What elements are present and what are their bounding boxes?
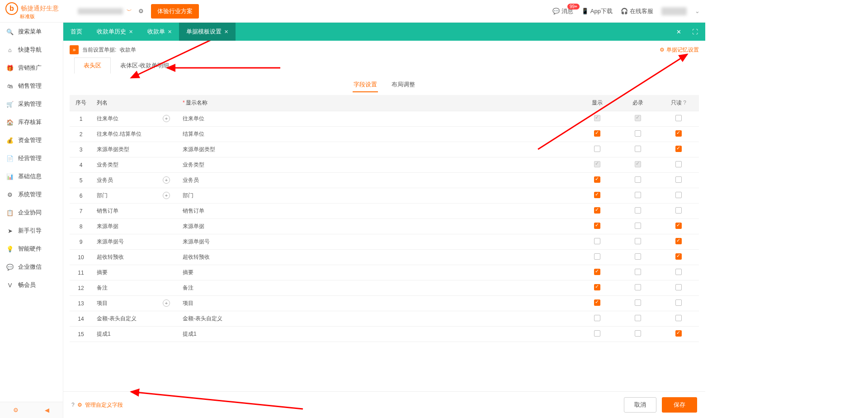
checkbox[interactable] bbox=[635, 330, 641, 337]
plus-icon[interactable]: + bbox=[163, 299, 170, 307]
checkbox[interactable] bbox=[635, 299, 641, 306]
area-tab-0[interactable]: 表头区 bbox=[74, 57, 111, 74]
logo-text: 畅捷通好生意 bbox=[21, 5, 59, 13]
checkbox[interactable] bbox=[675, 176, 682, 183]
gear-icon[interactable]: ⚙ bbox=[138, 8, 144, 14]
sidebar-item-4[interactable]: 🛒采购管理 bbox=[0, 95, 63, 113]
checkbox[interactable] bbox=[594, 192, 600, 198]
sidebar-item-6[interactable]: 💰资金管理 bbox=[0, 131, 63, 149]
close-icon[interactable]: ✕ bbox=[129, 29, 133, 35]
checkbox[interactable] bbox=[594, 207, 600, 214]
checkbox[interactable] bbox=[675, 192, 682, 198]
sidebar-item-12[interactable]: 💡智能硬件 bbox=[0, 240, 63, 258]
sidebar-item-9[interactable]: ⚙系统管理 bbox=[0, 185, 63, 204]
sidebar-item-10[interactable]: 📋企业协同 bbox=[0, 204, 63, 222]
checkbox[interactable] bbox=[594, 223, 600, 229]
checkbox[interactable] bbox=[635, 315, 641, 321]
customer-service-link[interactable]: 🎧 在线客服 bbox=[621, 7, 653, 15]
sidebar-item-1[interactable]: ⌂快捷导航 bbox=[0, 41, 63, 59]
sidebar-icon: 💬 bbox=[6, 264, 14, 271]
tab-3[interactable]: 单据模板设置✕ bbox=[179, 23, 236, 41]
checkbox[interactable] bbox=[635, 223, 641, 229]
checkbox[interactable] bbox=[675, 146, 682, 152]
checkbox[interactable] bbox=[594, 253, 600, 260]
sidebar-item-8[interactable]: 📊基础信息 bbox=[0, 167, 63, 185]
fullscreen-icon[interactable]: ⛶ bbox=[688, 25, 702, 38]
sub-tab-1[interactable]: 布局调整 bbox=[391, 78, 416, 92]
checkbox[interactable] bbox=[635, 130, 641, 137]
tab-0[interactable]: 首页 bbox=[63, 23, 90, 41]
checkbox[interactable] bbox=[675, 238, 682, 244]
sidebar-icon: 🏠 bbox=[6, 119, 14, 126]
checkbox[interactable] bbox=[594, 330, 600, 337]
checkbox[interactable] bbox=[635, 207, 641, 214]
checkbox[interactable] bbox=[635, 192, 641, 198]
help-icon[interactable]: ? bbox=[683, 100, 686, 106]
checkbox[interactable] bbox=[675, 299, 682, 306]
plus-icon[interactable]: + bbox=[163, 115, 170, 122]
save-button[interactable]: 保存 bbox=[662, 397, 697, 413]
checkbox[interactable] bbox=[675, 115, 682, 121]
experience-button[interactable]: 体验行业方案 bbox=[151, 4, 199, 19]
tab-1[interactable]: 收款单历史✕ bbox=[90, 23, 140, 41]
plus-icon[interactable]: + bbox=[163, 176, 170, 184]
sidebar-collapse-icon[interactable]: ◀ bbox=[32, 402, 63, 418]
table-row: 8来源单据来源单据 bbox=[70, 219, 699, 234]
checkbox[interactable] bbox=[675, 315, 682, 321]
checkbox[interactable] bbox=[675, 330, 682, 337]
checkbox[interactable] bbox=[635, 284, 641, 290]
checkbox[interactable] bbox=[594, 284, 600, 290]
checkbox[interactable] bbox=[675, 253, 682, 260]
sidebar-item-7[interactable]: 📄经营管理 bbox=[0, 149, 63, 167]
checkbox[interactable] bbox=[594, 315, 600, 321]
tab-close-all-icon[interactable]: ✕ bbox=[672, 25, 685, 38]
checkbox[interactable] bbox=[594, 130, 600, 137]
memory-settings-link[interactable]: ⚙ 单据记忆设置 bbox=[660, 46, 699, 54]
top-header: b 畅捷通好生意 标准版 ﹀ ⚙ 体验行业方案 💬 消息 99+ 📱 App下载… bbox=[0, 0, 705, 23]
help-icon[interactable]: ? bbox=[71, 402, 75, 408]
sidebar-settings-icon[interactable]: ⚙ bbox=[0, 402, 32, 418]
close-icon[interactable]: ✕ bbox=[168, 29, 172, 35]
cancel-button[interactable]: 取消 bbox=[624, 397, 656, 413]
checkbox[interactable] bbox=[675, 223, 682, 229]
sidebar-item-3[interactable]: 🛍销售管理 bbox=[0, 77, 63, 95]
chevron-down-icon[interactable]: ⌄ bbox=[695, 8, 700, 14]
table-row: 7销售订单销售订单 bbox=[70, 204, 699, 219]
sidebar-icon: 🔍 bbox=[6, 28, 14, 35]
checkbox[interactable] bbox=[675, 269, 682, 275]
checkbox[interactable] bbox=[675, 284, 682, 290]
org-selector[interactable]: ﹀ bbox=[78, 7, 132, 15]
tab-2[interactable]: 收款单✕ bbox=[140, 23, 179, 41]
checkbox[interactable] bbox=[594, 146, 600, 152]
sidebar-item-13[interactable]: 💬企业微信 bbox=[0, 258, 63, 276]
checkbox[interactable] bbox=[635, 269, 641, 275]
crumb-collapse-icon[interactable]: » bbox=[70, 45, 79, 54]
sidebar-item-11[interactable]: ➤新手引导 bbox=[0, 222, 63, 240]
checkbox[interactable] bbox=[635, 253, 641, 260]
checkbox[interactable] bbox=[675, 207, 682, 214]
manage-custom-fields-link[interactable]: 管理自定义字段 bbox=[85, 401, 123, 409]
close-icon[interactable]: ✕ bbox=[224, 29, 228, 35]
checkbox[interactable] bbox=[675, 130, 682, 137]
checkbox[interactable] bbox=[635, 238, 641, 244]
area-tab-1[interactable]: 表体区-收款单明细 bbox=[111, 57, 179, 74]
sidebar-item-2[interactable]: 🎁营销推广 bbox=[0, 59, 63, 77]
checkbox[interactable] bbox=[635, 146, 641, 152]
table-row: 15提成1提成1 bbox=[70, 327, 699, 342]
sidebar-item-0[interactable]: 🔍搜索菜单 bbox=[0, 23, 63, 41]
checkbox[interactable] bbox=[635, 176, 641, 183]
sub-tab-0[interactable]: 字段设置 bbox=[353, 78, 378, 92]
user-avatar[interactable] bbox=[661, 7, 687, 15]
messages-link[interactable]: 💬 消息 99+ bbox=[552, 7, 573, 15]
checkbox[interactable] bbox=[594, 299, 600, 306]
checkbox[interactable] bbox=[594, 176, 600, 183]
sidebar-item-5[interactable]: 🏠库存核算 bbox=[0, 113, 63, 131]
crumb-prefix: 当前设置单据: bbox=[82, 46, 116, 54]
checkbox[interactable] bbox=[675, 161, 682, 167]
checkbox[interactable] bbox=[594, 269, 600, 275]
sidebar-icon: 💰 bbox=[6, 137, 14, 144]
checkbox[interactable] bbox=[594, 238, 600, 244]
plus-icon[interactable]: + bbox=[163, 192, 170, 199]
sidebar-item-14[interactable]: V畅会员 bbox=[0, 276, 63, 294]
app-download-link[interactable]: 📱 App下载 bbox=[581, 7, 613, 15]
